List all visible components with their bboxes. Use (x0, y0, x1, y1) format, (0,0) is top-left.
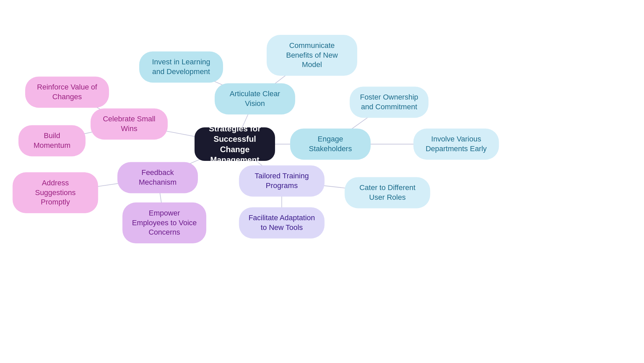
mind-map-container: Strategies for Successful Change Managem… (0, 0, 644, 363)
foster-ownership-node: Foster Ownership and Commitment (350, 86, 429, 118)
cater-user-roles-node: Cater to Different User Roles (345, 177, 430, 208)
communicate-benefits-node: Communicate Benefits of New Model (267, 35, 357, 76)
invest-learning-node: Invest in Learning and Development (139, 51, 223, 82)
center-node: Strategies for Successful Change Managem… (195, 127, 275, 161)
engage-stakeholders-node: Engage Stakeholders (290, 128, 371, 160)
involve-departments-node: Involve Various Departments Early (414, 128, 499, 160)
empower-employees-node: Empower Employees to Voice Concerns (122, 202, 206, 243)
build-momentum-node: Build Momentum (18, 125, 86, 156)
facilitate-adaptation-node: Facilitate Adaptation to New Tools (239, 207, 325, 238)
reinforce-value-node: Reinforce Value of Changes (25, 76, 109, 108)
articulate-clear-vision-node: Articulate Clear Vision (215, 83, 295, 114)
address-suggestions-node: Address Suggestions Promptly (13, 172, 98, 213)
celebrate-small-wins-node: Celebrate Small Wins (91, 108, 168, 139)
feedback-mechanism-node: Feedback Mechanism (117, 162, 198, 193)
tailored-training-node: Tailored Training Programs (239, 165, 325, 196)
